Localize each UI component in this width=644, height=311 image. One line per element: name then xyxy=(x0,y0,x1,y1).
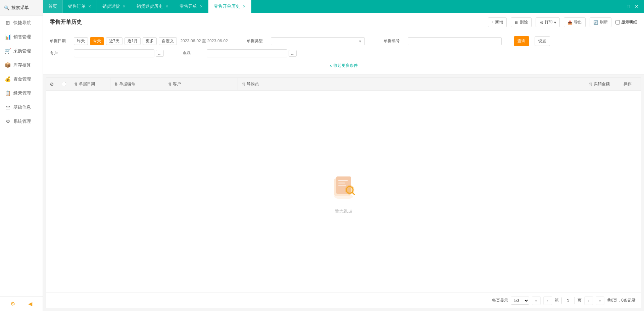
th-num-sort-icon: ⇅ xyxy=(114,82,118,87)
sidebar-search-label: 搜索采单 xyxy=(11,5,29,11)
collapse-bar[interactable]: ∧ 收起更多条件 xyxy=(50,61,637,70)
last-page-btn[interactable]: » xyxy=(596,296,604,305)
sidebar-item-shortcuts[interactable]: ⊞ 快捷导航 xyxy=(0,16,43,30)
sidebar-item-purchase[interactable]: 🛒 采购管理 xyxy=(0,44,43,58)
sidebar-settings-icon[interactable]: ⚙ xyxy=(10,301,15,307)
tab-close-sales-return[interactable]: ✕ xyxy=(122,4,126,9)
toolbar: + 新增 🗑 删除 🖨 打印 ▾ 📤 导出 🔄 xyxy=(488,17,637,27)
tab-retail-open-label: 零售开单 xyxy=(180,3,197,9)
product-filter-input[interactable] xyxy=(207,49,287,57)
delete-label: 删除 xyxy=(520,19,528,25)
tab-bar: 首页 销售订单 ✕ 销货退货 ✕ 销货退货历史 ✕ 零售开单 ✕ 零售开单历史 … xyxy=(43,0,644,13)
date-1month-btn[interactable]: 近1月 xyxy=(125,37,141,45)
th-num[interactable]: ⇅ 单据编号 xyxy=(110,78,164,90)
total-info: 共0页，0条记录 xyxy=(607,298,636,303)
display-detail-toggle[interactable]: 显示明细 xyxy=(615,19,637,25)
type-filter-select[interactable]: ▾ xyxy=(271,37,365,45)
th-action-label: 操作 xyxy=(624,81,632,87)
next-page-btn[interactable]: › xyxy=(584,296,593,305)
export-button[interactable]: 📤 导出 xyxy=(564,17,586,27)
th-guide-sort-icon: ⇅ xyxy=(242,82,245,87)
page-title: 零售开单历史 xyxy=(50,19,82,26)
th-guide[interactable]: ⇅ 导购员 xyxy=(238,78,278,90)
th-date[interactable]: ⇅ 单据日期 xyxy=(70,78,110,90)
tab-home[interactable]: 首页 xyxy=(43,0,63,13)
query-button[interactable]: 查询 xyxy=(514,36,529,46)
tab-close-sales-return-history[interactable]: ✕ xyxy=(165,4,168,9)
tab-retail-open[interactable]: 零售开单 ✕ xyxy=(174,0,208,13)
tab-sales-order[interactable]: 销售订单 ✕ xyxy=(63,0,97,13)
product-filter-group: ... xyxy=(207,49,297,57)
num-filter-input[interactable] xyxy=(408,37,502,45)
num-filter-label: 单据编号 xyxy=(384,38,402,44)
settings-filter-button[interactable]: 设置 xyxy=(535,36,550,46)
print-button[interactable]: 🖨 打印 ▾ xyxy=(536,17,560,27)
page-header: 零售开单历史 + 新增 🗑 删除 🖨 打印 ▾ 📤 导出 xyxy=(43,13,644,32)
add-button[interactable]: + 新增 xyxy=(488,17,507,27)
window-controls: — □ ✕ xyxy=(618,4,644,9)
shortcuts-icon: ⊞ xyxy=(5,20,11,26)
tab-sales-return-history[interactable]: 销货退货历史 ✕ xyxy=(131,0,174,13)
product-filter-label: 商品 xyxy=(183,51,201,56)
th-num-label: 单据编号 xyxy=(119,81,135,87)
th-amount[interactable]: ⇅ 实销金额 xyxy=(574,78,614,90)
main-area: 首页 销售订单 ✕ 销货退货 ✕ 销货退货历史 ✕ 零售开单 ✕ 零售开单历史 … xyxy=(43,0,644,311)
page-suffix: 页 xyxy=(578,298,582,303)
table-settings-btn[interactable]: ⚙ xyxy=(46,78,58,90)
table-select-all[interactable] xyxy=(58,78,70,90)
th-customer-label: 客户 xyxy=(173,81,181,87)
sidebar-item-operations[interactable]: 📋 经营管理 xyxy=(0,86,43,100)
date-range-display: 2023-06-02 至 2023-06-02 xyxy=(180,38,228,44)
refresh-button[interactable]: 🔄 刷新 xyxy=(590,17,611,27)
tab-close-retail-open[interactable]: ✕ xyxy=(200,4,203,9)
prev-page-btn[interactable]: ‹ xyxy=(543,296,552,305)
filter-row-1: 单据日期 昨天 今天 近7天 近1月 更多 自定义 2023-06-02 至 2… xyxy=(50,36,637,46)
sidebar-item-label: 资金管理 xyxy=(13,76,31,82)
print-label: 打印 xyxy=(545,19,553,25)
sidebar-item-basic[interactable]: 🗃 基础信息 xyxy=(0,100,43,114)
system-icon: ⚙ xyxy=(5,118,11,124)
page-label: 第 xyxy=(555,298,559,303)
date-filter-label: 单据日期 xyxy=(50,38,68,44)
tab-sales-return[interactable]: 销货退货 ✕ xyxy=(97,0,131,13)
operations-icon: 📋 xyxy=(5,90,11,96)
delete-button[interactable]: 🗑 删除 xyxy=(511,17,532,27)
first-page-btn[interactable]: « xyxy=(532,296,541,305)
tab-retail-open-history[interactable]: 零售开单历史 ✕ xyxy=(208,0,251,13)
sidebar-item-system[interactable]: ⚙ 系统管理 xyxy=(0,114,43,128)
date-more-btn[interactable]: 更多 xyxy=(143,37,157,45)
tab-close-sales-order[interactable]: ✕ xyxy=(88,4,91,9)
page-size-select[interactable]: 20 50 100 200 xyxy=(511,297,529,305)
close-button[interactable]: ✕ xyxy=(635,4,639,9)
tab-close-retail-open-history[interactable]: ✕ xyxy=(243,4,246,9)
svg-rect-5 xyxy=(338,185,346,186)
date-custom-btn[interactable]: 自定义 xyxy=(159,37,177,45)
sidebar-item-finance[interactable]: 💰 资金管理 xyxy=(0,72,43,86)
minimize-button[interactable]: — xyxy=(618,4,623,9)
date-yesterday-btn[interactable]: 昨天 xyxy=(74,37,88,45)
th-customer[interactable]: ⇅ 客户 xyxy=(164,78,238,90)
table-container: ⚙ ⇅ 单据日期 ⇅ 单据编号 ⇅ 客户 ⇅ 导购员 xyxy=(46,77,641,308)
sidebar-item-sales[interactable]: 📊 销售管理 xyxy=(0,30,43,44)
date-7days-btn[interactable]: 近7天 xyxy=(106,37,122,45)
select-all-checkbox[interactable] xyxy=(62,82,66,86)
search-icon: 🔍 xyxy=(4,5,9,10)
maximize-button[interactable]: □ xyxy=(627,4,630,9)
sidebar-item-label: 快捷导航 xyxy=(13,20,31,26)
display-detail-checkbox[interactable] xyxy=(615,20,620,24)
page-number-input[interactable] xyxy=(561,297,575,304)
empty-icon xyxy=(327,169,360,203)
customer-filter-input[interactable] xyxy=(74,49,154,57)
sidebar-search[interactable]: 🔍 搜索采单 xyxy=(0,0,43,16)
finance-icon: 💰 xyxy=(5,76,11,82)
tab-retail-open-history-label: 零售开单历史 xyxy=(214,3,240,9)
date-today-btn[interactable]: 今天 xyxy=(90,37,104,45)
sidebar-collapse-icon[interactable]: ◀ xyxy=(28,301,32,307)
product-ellipsis-btn[interactable]: ... xyxy=(289,50,297,57)
customer-ellipsis-btn[interactable]: ... xyxy=(156,50,164,57)
sidebar-item-inventory[interactable]: 📦 库存核算 xyxy=(0,58,43,72)
th-amount-label: 实销金额 xyxy=(594,81,610,87)
tab-sales-return-history-label: 销货退货历史 xyxy=(137,3,163,9)
th-action: 操作 xyxy=(614,78,641,90)
empty-state: 暂无数据 xyxy=(46,91,641,293)
